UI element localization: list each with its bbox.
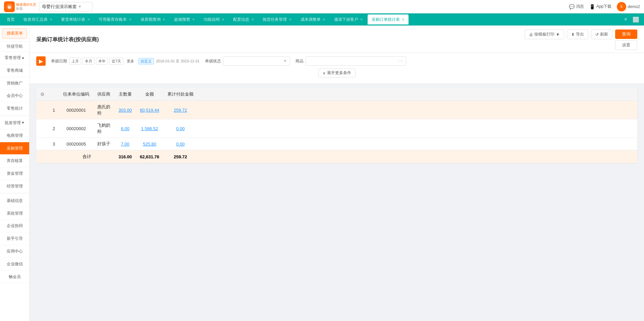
sidebar-item-inventory-check[interactable]: 库存核算 — [0, 155, 29, 167]
sidebar-item-system-mgmt[interactable]: 系统管理 — [0, 207, 29, 220]
sidebar-item-ecommerce-mgmt[interactable]: 电商管理 — [0, 129, 29, 142]
sidebar-divider — [0, 116, 29, 116]
tab-purchase-stats[interactable]: 采购订单统计表 × — [368, 14, 409, 24]
phone-icon: 📱 — [589, 4, 595, 9]
ellipsis-icon[interactable]: ··· — [398, 58, 403, 64]
sidebar-item-app-center[interactable]: 应用中心 — [0, 245, 29, 258]
tab-invite-downstream[interactable]: 邀请下游客户 × — [330, 14, 367, 24]
sidebar-item-enterprise-wechat[interactable]: 企业微信 — [0, 258, 29, 271]
date-last-month[interactable]: 上月 — [69, 58, 81, 65]
export-icon: ⬆ — [571, 32, 575, 37]
tab-close-icon[interactable]: × — [402, 17, 405, 22]
tab-order-summary[interactable]: 要货单统计表 × — [57, 14, 94, 24]
tab-close-icon[interactable]: × — [289, 17, 291, 22]
column-settings-icon[interactable]: ⚙ — [40, 92, 45, 97]
td-supplier-code: 00020002 — [59, 119, 93, 138]
sidebar-quick-nav[interactable]: 快捷导航 — [0, 42, 29, 52]
tab-function-desc[interactable]: 功能说明 × — [200, 14, 228, 24]
td-extra — [198, 101, 637, 119]
tab-cost-adjust[interactable]: 成本调整单 × — [297, 14, 329, 24]
tab-receive-summary[interactable]: 收发存汇总表 × — [19, 14, 56, 24]
td-supplier-name: 惠氏奶粉 — [93, 101, 114, 119]
settings-btn[interactable]: 设置 — [615, 40, 637, 50]
search-menu-btn[interactable]: 搜索英单 — [2, 28, 27, 39]
user-profile[interactable]: E demo2 — [617, 2, 640, 11]
chevron-icon: ▲ — [21, 55, 25, 60]
tab-close-icon[interactable]: × — [50, 17, 52, 22]
tab-home[interactable]: 首页 — [3, 17, 19, 22]
refresh-icon: ↺ — [595, 32, 599, 37]
sidebar-item-enterprise-collab[interactable]: 企业协同 — [0, 220, 29, 232]
svg-text:畅: 畅 — [8, 5, 11, 9]
td-main-quantity[interactable]: 7.00 — [114, 138, 136, 150]
message-btn[interactable]: 💬 消息 — [569, 4, 584, 9]
tab-warranty-query[interactable]: 保质期查询 × — [137, 14, 169, 24]
table-row: 1 00020001 惠氏奶粉 303.00 60,519.44 259.72 — [36, 101, 637, 119]
th-amount: 金额 — [136, 88, 163, 101]
page-title: 采购订单统计表(按供应商) — [36, 36, 99, 43]
td-paid-amount[interactable]: 259.72 — [163, 101, 198, 119]
close-tab-btn[interactable]: × — [622, 16, 629, 23]
expand-tab-btn[interactable]: ⬜ — [631, 16, 641, 23]
td-main-quantity[interactable]: 303.00 — [114, 101, 136, 119]
tab-close-icon[interactable]: × — [163, 17, 165, 22]
goods-label: 商品 — [296, 58, 304, 64]
status-select[interactable]: ▼ — [223, 56, 290, 66]
store-select[interactable]: 母婴行业演示账套 ▼ — [39, 2, 93, 11]
sidebar: 搜索英单 快捷导航 零售管理 ▲ 零售商城 营销推广 会员中心 零售统计 批发管… — [0, 25, 30, 321]
store-name: 母婴行业演示账套 — [42, 4, 77, 10]
sidebar-item-finance-mgmt[interactable]: 资金管理 — [0, 167, 29, 180]
sidebar-item-member[interactable]: 畅会员 — [0, 271, 29, 283]
sidebar-item-new-guide[interactable]: 新手引导 — [0, 232, 29, 245]
top-bar-right: 💬 消息 📱 App下载 E demo2 — [569, 2, 640, 11]
expand-conditions-btn[interactable]: ∨ 展开更多条件 — [318, 68, 356, 77]
tab-overstock-warning[interactable]: 超储预警 × — [170, 14, 199, 24]
tab-close-icon[interactable]: × — [222, 17, 224, 22]
app-download-btn[interactable]: 📱 App下载 — [589, 4, 611, 9]
tab-close-icon[interactable]: × — [251, 17, 254, 22]
date-this-year[interactable]: 本年 — [96, 58, 108, 65]
tab-close-icon[interactable]: × — [360, 17, 363, 22]
sidebar-item-retail-mgmt[interactable]: 零售管理 ▲ — [0, 52, 29, 64]
tab-close-icon[interactable]: × — [87, 17, 90, 22]
footer-main-quantity: 316.00 — [114, 150, 136, 163]
sidebar-item-member-center[interactable]: 会员中心 — [0, 90, 29, 102]
td-amount[interactable]: 60,519.44 — [136, 101, 163, 119]
sidebar-divider2 — [0, 194, 29, 194]
query-btn[interactable]: 查询 — [615, 30, 637, 39]
filter-toggle-btn[interactable]: ▶ — [36, 56, 46, 66]
sidebar-item-retail-stats[interactable]: 零售统计 — [0, 102, 29, 115]
td-amount[interactable]: 1,586.52 — [136, 119, 163, 138]
tab-config-info[interactable]: 配置信息 × — [229, 14, 258, 24]
th-index — [49, 88, 59, 101]
td-amount[interactable]: 525.80 — [136, 138, 163, 150]
date-more[interactable]: 更多 — [125, 58, 136, 64]
tab-available-inventory[interactable]: 可用量库存账本 × — [95, 14, 136, 24]
goods-input[interactable]: ··· — [306, 56, 406, 66]
tab-close-icon[interactable]: × — [323, 17, 325, 22]
sidebar-item-marketing[interactable]: 营销推广 — [0, 77, 29, 90]
tab-close-icon[interactable]: × — [129, 17, 131, 22]
print-btn[interactable]: 🖨 按模板打印 ▼ — [525, 30, 564, 39]
date-range-text: 2016-01-01 至 2023-12-31 — [156, 59, 200, 64]
date-this-month[interactable]: 本月 — [83, 58, 95, 65]
td-paid-amount[interactable]: 0.00 — [163, 119, 198, 138]
sidebar-item-basic-info[interactable]: 基础信息 — [0, 195, 29, 207]
td-paid-amount[interactable]: 0.00 — [163, 138, 198, 150]
print-icon: 🖨 — [529, 32, 533, 37]
sidebar-item-wholesale-mgmt[interactable]: 批发管理 ▼ — [0, 117, 29, 129]
expand-more-row: ∨ 展开更多条件 — [36, 66, 637, 80]
td-main-quantity[interactable]: 6.00 — [114, 119, 136, 138]
sidebar-item-operation-mgmt[interactable]: 经营管理 — [0, 180, 29, 193]
sidebar-item-purchase-mgmt[interactable]: 采购管理 — [0, 142, 29, 155]
td-settings — [36, 119, 49, 138]
sidebar-item-retail-shop[interactable]: 零售商城 — [0, 64, 29, 77]
date-custom-tag[interactable]: 自定义 — [138, 58, 154, 64]
td-supplier-code: 00020005 — [59, 138, 93, 150]
date-7days[interactable]: 近7天 — [109, 58, 123, 65]
content-area: 采购订单统计表(按供应商) 🖨 按模板打印 ▼ ⬆ 导出 ↺ — [30, 25, 644, 321]
export-btn[interactable]: ⬆ 导出 — [567, 30, 588, 39]
refresh-btn[interactable]: ↺ 刷新 — [591, 30, 612, 39]
tab-close-icon[interactable]: × — [192, 17, 195, 22]
tab-pick-task[interactable]: 拣货任务管理 × — [259, 14, 296, 24]
